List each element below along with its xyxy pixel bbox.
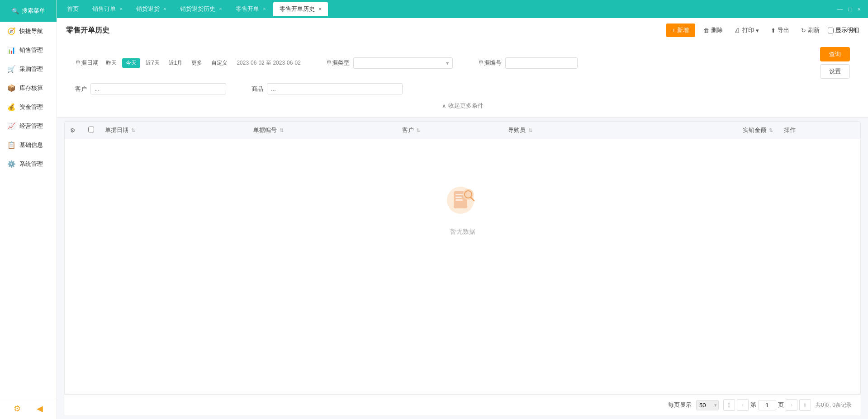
sidebar-item-system[interactable]: ⚙️系统管理 [0,155,57,174]
sidebar-item-label-system: 系统管理 [19,160,43,168]
tab-close-sales-return[interactable]: × [163,6,166,12]
th-customer: 客户 ⇅ [397,122,503,139]
product-input[interactable] [267,83,403,94]
page-size-label: 每页显示 [668,401,692,409]
prev-page-button[interactable]: ‹ [737,399,749,411]
sidebar-item-label-operations: 经营管理 [19,122,43,130]
query-button[interactable]: 查询 [820,47,850,61]
th-number-label: 单据编号 [253,127,277,133]
sidebar-search-label: 搜索菜单 [22,7,45,15]
minimize-icon[interactable]: — [837,6,843,13]
tab-bar: 首页销售订单×销货退货×销货退货历史×零售开单×零售开单历史× — □ × [57,0,868,18]
last-page-button[interactable]: ⟫ [799,399,811,411]
th-customer-sort-icon[interactable]: ⇅ [416,127,420,133]
data-table: ⚙ 单据日期 ⇅ 单据编号 ⇅ [65,122,860,263]
settings-icon[interactable]: ⚙ [14,404,21,414]
date-btn-近1月[interactable]: 近1月 [165,58,186,68]
date-label: 单据日期 [75,59,99,67]
filter-area: 单据日期 昨天今天近7天近1月更多自定义 2023-06-02 至 2023-0… [66,42,859,117]
sidebar-item-sales-mgmt[interactable]: 📊销售管理 [0,41,57,60]
empty-state: 暂无数据 [65,139,860,263]
doc-number-input[interactable] [505,57,578,69]
doc-type-label: 单据类型 [326,59,350,67]
print-label: 打印 [742,26,754,34]
th-amount-label: 实销金额 [743,127,766,133]
tab-close-sales-order[interactable]: × [119,6,123,12]
doc-type-select[interactable] [353,57,453,69]
settings-button[interactable]: 设置 [820,64,850,79]
th-number: 单据编号 ⇅ [248,122,396,139]
page-number-input[interactable] [758,400,776,410]
date-btn-更多[interactable]: 更多 [188,58,206,68]
main-area: 首页销售订单×销货退货×销货退货历史×零售开单×零售开单历史× — □ × 零售… [57,0,868,419]
tab-sales-return-history[interactable]: 销货退货历史× [174,2,228,16]
more-conditions-toggle[interactable]: ∧ 收起更多条件 [75,99,850,113]
more-conditions-icon: ∧ [442,103,446,109]
page-label-before: 第 [750,401,756,409]
table-header-row: ⚙ 单据日期 ⇅ 单据编号 ⇅ [65,122,860,139]
inventory-icon: 📦 [7,84,16,92]
sidebar-search[interactable]: 🔍 搜索菜单 [0,0,57,22]
sidebar-item-inventory[interactable]: 📦库存核算 [0,79,57,98]
th-customer-label: 客户 [402,127,414,133]
column-settings-icon[interactable]: ⚙ [70,127,76,134]
sidebar-item-basic-info[interactable]: 📋基础信息 [0,136,57,155]
tab-retail-open-history[interactable]: 零售开单历史× [273,2,328,16]
th-salesperson-sort-icon[interactable]: ⇅ [528,127,532,133]
sidebar-item-label-purchase-mgmt: 采购管理 [19,65,43,73]
product-label: 商品 [251,85,263,93]
svg-rect-2 [455,194,464,195]
th-date: 单据日期 ⇅ [100,122,248,139]
first-page-button[interactable]: ⟪ [723,399,735,411]
system-icon: ⚙️ [7,160,16,168]
display-detail-toggle[interactable]: 显示明细 [828,26,859,34]
th-amount-sort-icon[interactable]: ⇅ [769,127,773,133]
next-page-button[interactable]: › [786,399,797,411]
total-info: 共0页, 0条记录 [816,401,852,409]
export-button[interactable]: ⬆ 导出 [767,24,793,36]
th-salesperson: 导购员 ⇅ [503,122,630,139]
th-settings: ⚙ [65,122,83,139]
print-button[interactable]: 🖨 打印 ▾ [731,24,763,36]
date-btn-昨天[interactable]: 昨天 [102,58,120,68]
close-window-icon[interactable]: × [857,6,861,13]
customer-input[interactable] [90,83,226,94]
tab-sales-order[interactable]: 销售订单× [86,2,129,16]
sidebar: 🔍 搜索菜单 🧭快捷导航📊销售管理🛒采购管理📦库存核算💰资金管理📈经营管理📋基础… [0,0,57,419]
date-btn-自定义[interactable]: 自定义 [208,58,231,68]
select-all-checkbox[interactable] [88,127,94,132]
date-btn-今天[interactable]: 今天 [122,58,140,68]
tab-bar-actions: — □ × [837,6,864,13]
date-range-display: 2023-06-02 至 2023-06-02 [237,59,300,67]
refresh-label: 刷新 [808,26,820,34]
collapse-icon[interactable]: ◀ [37,404,43,414]
add-button[interactable]: + 新增 [666,24,695,37]
more-conditions-label: 收起更多条件 [448,102,484,110]
sidebar-item-quick-nav[interactable]: 🧭快捷导航 [0,22,57,41]
sidebar-item-purchase-mgmt[interactable]: 🛒采购管理 [0,60,57,79]
date-btn-近7天[interactable]: 近7天 [142,58,163,68]
maximize-icon[interactable]: □ [849,6,852,13]
sidebar-item-label-sales-mgmt: 销售管理 [19,46,43,54]
tab-retail-open[interactable]: 零售开单× [229,2,272,16]
operations-icon: 📈 [7,122,16,130]
export-icon: ⬆ [771,27,776,34]
tab-close-retail-open[interactable]: × [263,6,266,12]
th-action: 操作 [778,122,860,139]
refresh-button[interactable]: ↻ 刷新 [797,24,823,36]
sidebar-item-finance[interactable]: 💰资金管理 [0,98,57,117]
delete-button[interactable]: 🗑 删除 [700,24,726,36]
tab-home[interactable]: 首页 [61,2,85,16]
page-size-select[interactable]: 10 20 50 100 [696,400,719,410]
display-detail-checkbox[interactable] [828,28,834,33]
tab-sales-return[interactable]: 销货退货× [130,2,173,16]
print-icon: 🖨 [735,27,740,34]
sidebar-item-operations[interactable]: 📈经营管理 [0,117,57,136]
th-date-sort-icon[interactable]: ⇅ [131,127,135,133]
th-number-sort-icon[interactable]: ⇅ [280,127,284,133]
tab-close-sales-return-history[interactable]: × [219,6,222,12]
delete-label: 删除 [711,26,723,34]
tab-label-sales-order: 销售订单 [92,5,116,13]
tab-close-retail-open-history[interactable]: × [318,6,322,12]
toolbar: + 新增 🗑 删除 🖨 打印 ▾ ⬆ 导出 ↻ [666,24,859,37]
